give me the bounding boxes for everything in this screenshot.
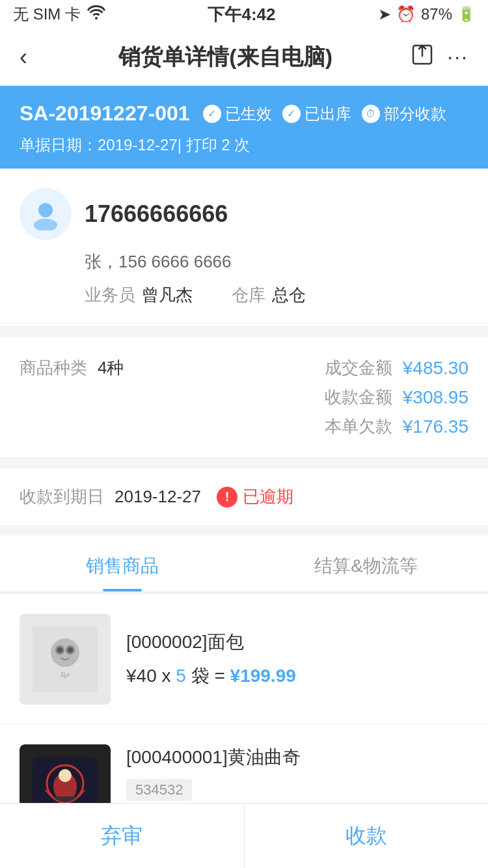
status-left: 无 SIM 卡 [13, 4, 105, 25]
product-types-item: 商品种类 4种 [20, 357, 124, 379]
nav-actions: ··· [411, 43, 468, 71]
product-name-2: [000400001]黄油曲奇 [126, 745, 468, 770]
product-quantity-1: 5 [176, 666, 186, 686]
stats-right: 成交金额 ¥485.30 收款金额 ¥308.95 本单欠款 ¥176.35 [325, 357, 468, 438]
deal-amount-row: 成交金额 ¥485.30 [325, 357, 468, 379]
product-placeholder-1: 鸟+ [20, 614, 111, 705]
tab-sales-products[interactable]: 销售商品 [0, 536, 244, 591]
order-header: SA-20191227-001 ✓ 已生效 ✓ 已出库 ⏱ 部分收款 单据日期：… [0, 86, 488, 169]
tabs-container: 销售商品 结算&物流等 [0, 536, 488, 593]
product-total-1: ¥199.99 [230, 666, 296, 686]
customer-name: 张，156 6666 6666 [20, 251, 468, 273]
warehouse-label: 仓库 [232, 284, 265, 306]
svg-text:鸟+: 鸟+ [60, 671, 70, 679]
sales-rep-value: 曾凡杰 [142, 284, 193, 306]
sales-rep-label: 业务员 [85, 284, 135, 306]
product-types-value: 4种 [98, 357, 124, 379]
back-button[interactable]: ‹ [20, 37, 40, 77]
tab-settlement[interactable]: 结算&物流等 [244, 536, 488, 591]
due-section: 收款到期日 2019-12-27 ! 已逾期 [0, 468, 488, 525]
product-equals-1: = [214, 666, 230, 686]
received-amount-row: 收款金额 ¥308.95 [325, 386, 468, 409]
deal-amount-value: ¥485.30 [403, 358, 468, 379]
page-title: 销货单详情(来自电脑) [79, 42, 372, 72]
order-id: SA-20191227-001 [20, 102, 190, 126]
svg-point-8 [68, 647, 73, 653]
battery-icon: 🔋 [457, 6, 475, 23]
received-value: ¥308.95 [403, 387, 468, 408]
stats-grid: 商品种类 4种 成交金额 ¥485.30 收款金额 ¥308.95 本单欠款 ¥… [20, 357, 468, 438]
product-info-1: [0000002]面包 ¥40 x 5 袋 = ¥199.99 [126, 614, 468, 705]
customer-section: 17666666666 张，156 6666 6666 业务员 曾凡杰 仓库 总… [0, 169, 488, 327]
product-image-1: 鸟+ [20, 614, 111, 705]
tabs: 销售商品 结算&物流等 [0, 536, 488, 591]
stats-section: 商品种类 4种 成交金额 ¥485.30 收款金额 ¥308.95 本单欠款 ¥… [0, 337, 488, 458]
location-icon: ➤ [378, 5, 391, 23]
bottom-bar: 弃审 收款 [0, 803, 488, 868]
product-multiply-1: x [162, 666, 176, 686]
svg-point-1 [38, 203, 53, 217]
due-date-value: 2019-12-27 [115, 487, 201, 507]
product-sku-2: 534532 [126, 779, 192, 801]
carrier-text: 无 SIM 卡 [13, 4, 81, 25]
more-button[interactable]: ··· [447, 45, 468, 69]
product-name-1: [0000002]面包 [126, 630, 468, 655]
order-id-row: SA-20191227-001 ✓ 已生效 ✓ 已出库 ⏱ 部分收款 [20, 102, 468, 126]
customer-phone: 17666666666 [85, 200, 228, 228]
owed-label: 本单欠款 [325, 415, 392, 438]
received-label: 收款金额 [325, 386, 392, 409]
svg-point-4 [51, 638, 79, 667]
owed-amount-row: 本单欠款 ¥176.35 [325, 415, 468, 438]
status-badge-shipped: ✓ 已出库 [282, 103, 351, 124]
list-item: 鸟+ [0000002]面包 ¥40 x 5 袋 = ¥199.99 [0, 594, 488, 725]
svg-point-7 [57, 647, 62, 653]
status-right: ➤ ⏰ 87% 🔋 [378, 5, 475, 23]
product-types-label: 商品种类 [20, 357, 87, 379]
due-date-label: 收款到期日 [20, 485, 104, 508]
check-icon-2: ✓ [282, 105, 301, 123]
overdue-icon: ! [217, 487, 237, 508]
overdue-text: 已逾期 [243, 485, 293, 508]
product-unit-1: 袋 [191, 666, 210, 686]
battery-text: 87% [421, 5, 452, 23]
owed-value: ¥176.35 [403, 416, 468, 437]
wifi-icon [87, 5, 105, 23]
warehouse-value: 总仓 [272, 284, 306, 306]
warehouse-item: 仓库 总仓 [232, 284, 306, 306]
status-badge-partial: ⏱ 部分收款 [362, 103, 446, 124]
product-price-row-1: ¥40 x 5 袋 = ¥199.99 [126, 664, 468, 688]
alarm-icon: ⏰ [396, 5, 416, 23]
stats-left: 商品种类 4种 [20, 357, 124, 379]
overdue-badge: ! 已逾期 [217, 485, 293, 508]
customer-row: 17666666666 [20, 188, 468, 240]
share-button[interactable] [411, 43, 434, 71]
clock-icon: ⏱ [362, 105, 380, 123]
confirm-button[interactable]: 收款 [245, 804, 489, 868]
status-badges: ✓ 已生效 ✓ 已出库 ⏱ 部分收款 [203, 103, 446, 124]
product-unit-price-1: ¥40 [126, 666, 157, 686]
status-bar: 无 SIM 卡 下午4:42 ➤ ⏰ 87% 🔋 [0, 0, 488, 29]
order-date: 单据日期：2019-12-27| 打印 2 次 [20, 135, 468, 156]
status-badge-effective: ✓ 已生效 [203, 103, 272, 124]
svg-point-13 [59, 769, 72, 782]
svg-point-2 [34, 219, 57, 230]
nav-bar: ‹ 销货单详情(来自电脑) ··· [0, 29, 488, 86]
sales-rep-item: 业务员 曾凡杰 [85, 284, 193, 306]
cancel-button[interactable]: 弃审 [0, 804, 245, 868]
customer-meta: 业务员 曾凡杰 仓库 总仓 [20, 284, 468, 306]
deal-amount-label: 成交金额 [325, 357, 392, 379]
check-icon-1: ✓ [203, 105, 221, 123]
customer-avatar [20, 188, 72, 240]
status-time: 下午4:42 [208, 3, 275, 26]
